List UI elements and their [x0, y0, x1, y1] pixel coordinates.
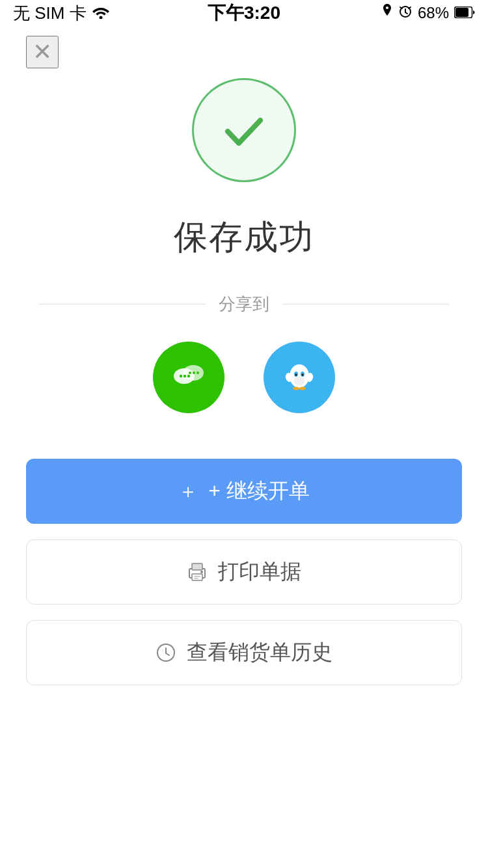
- svg-rect-24: [192, 563, 202, 570]
- history-icon: [156, 642, 176, 663]
- qq-icon: [280, 358, 319, 397]
- svg-point-6: [180, 375, 182, 377]
- close-button[interactable]: ✕: [26, 36, 59, 68]
- svg-point-9: [189, 372, 191, 374]
- close-icon: ✕: [33, 40, 52, 64]
- svg-point-8: [187, 375, 190, 377]
- svg-point-15: [295, 373, 297, 376]
- divider-line-left: [39, 304, 206, 305]
- history-button[interactable]: 查看销货单历史: [26, 620, 462, 685]
- share-divider: 分享到: [0, 293, 488, 316]
- continue-label: + 继续开单: [208, 477, 310, 506]
- continue-button[interactable]: ＋ + 继续开单: [26, 459, 462, 524]
- status-left: 无 SIM 卡: [13, 2, 110, 25]
- print-button[interactable]: 打印单据: [26, 539, 462, 604]
- svg-point-22: [299, 387, 306, 390]
- qq-share-button[interactable]: [264, 342, 335, 413]
- svg-point-11: [197, 372, 199, 374]
- status-bar: 无 SIM 卡 下午3:20 68%: [0, 0, 488, 26]
- wifi-icon: [92, 3, 110, 23]
- action-buttons: ＋ + 继续开单 打印单据: [0, 459, 488, 685]
- svg-point-16: [302, 373, 304, 376]
- alarm-icon: [398, 4, 413, 22]
- svg-point-18: [294, 376, 305, 385]
- plus-icon: ＋: [178, 478, 198, 505]
- svg-rect-25: [192, 574, 202, 580]
- battery-icon: [454, 4, 475, 22]
- svg-point-7: [183, 375, 186, 377]
- svg-rect-26: [194, 576, 200, 577]
- success-circle: [192, 78, 296, 182]
- main-content: 保存成功 分享到: [0, 26, 488, 685]
- divider-line-right: [282, 304, 449, 305]
- status-right: 68%: [381, 4, 475, 22]
- checkmark-icon: [218, 104, 270, 156]
- location-icon: [381, 4, 393, 22]
- history-label: 查看销货单历史: [187, 638, 332, 667]
- battery-percent: 68%: [418, 4, 449, 22]
- svg-rect-3: [455, 8, 468, 17]
- no-sim-text: 无 SIM 卡: [13, 2, 87, 25]
- wechat-share-button[interactable]: [153, 342, 224, 413]
- status-time: 下午3:20: [208, 1, 280, 25]
- svg-point-0: [99, 16, 102, 19]
- printer-icon: [187, 562, 208, 582]
- success-title: 保存成功: [174, 215, 314, 260]
- print-label: 打印单据: [218, 558, 301, 586]
- svg-point-28: [200, 571, 203, 573]
- svg-rect-27: [194, 578, 198, 579]
- svg-point-10: [193, 372, 195, 374]
- wechat-icon: [169, 358, 208, 397]
- svg-point-21: [293, 387, 299, 390]
- share-divider-text: 分享到: [206, 293, 282, 316]
- share-icons: [153, 342, 335, 413]
